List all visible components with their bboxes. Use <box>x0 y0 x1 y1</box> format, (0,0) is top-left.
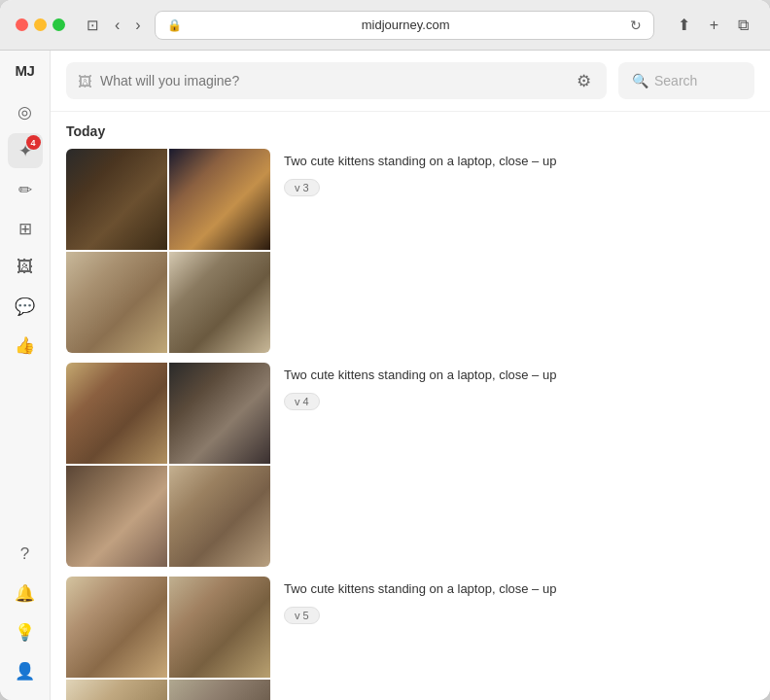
image-group-2[interactable] <box>66 363 270 567</box>
sidebar: MJ ◎ ✦ 4 ✏ ⊞ 🖼 💬 👍 <box>0 51 51 700</box>
image-r1-1[interactable] <box>66 149 167 250</box>
sidebar-logo: MJ <box>16 62 35 79</box>
fullscreen-button[interactable] <box>52 18 65 31</box>
image-r2-4[interactable] <box>169 466 270 567</box>
content-header: 🖼 ⚙ 🔍 Search <box>51 51 770 112</box>
sidebar-bottom: ? 🔔 💡 👤 <box>8 537 43 688</box>
search-right-bar[interactable]: 🔍 Search <box>618 62 754 99</box>
search-bar[interactable]: 🖼 ⚙ <box>66 62 607 99</box>
sidebar-item-chat[interactable]: 💬 <box>8 289 43 324</box>
version-badge-2: v 4 <box>284 393 320 410</box>
content-area: 🖼 ⚙ 🔍 Search Today <box>51 51 770 700</box>
browser-window: ⊡ ‹ › 🔒 midjourney.com ↻ ⬆ + ⧉ MJ ◎ ✦ 4 <box>0 0 770 700</box>
sidebar-item-tips[interactable]: 💡 <box>8 614 43 649</box>
new-tab-button[interactable]: + <box>704 15 724 36</box>
sidebar-item-edit[interactable]: ✏ <box>8 172 43 207</box>
lock-icon: 🔒 <box>167 18 182 32</box>
search-label: Search <box>654 73 697 88</box>
version-badge-3: v 5 <box>284 607 320 624</box>
gallery-icon: ⊞ <box>18 219 32 239</box>
help-icon: ? <box>20 544 29 564</box>
like-icon: 👍 <box>15 335 35 356</box>
sidebar-item-notifications[interactable]: 🔔 <box>8 576 43 611</box>
image-r1-2[interactable] <box>169 149 270 250</box>
main-area: MJ ◎ ✦ 4 ✏ ⊞ 🖼 💬 👍 <box>0 51 770 700</box>
title-bar: ⊡ ‹ › 🔒 midjourney.com ↻ ⬆ + ⧉ <box>0 0 770 51</box>
forward-button[interactable]: › <box>131 15 144 36</box>
row-meta-3: Two cute kittens standing on a laptop, c… <box>276 577 754 624</box>
sidebar-item-images[interactable]: 🖼 <box>8 250 43 285</box>
gallery-row-2: Two cute kittens standing on a laptop, c… <box>66 363 754 567</box>
gallery-section: Today Two cute kittens standing on a lap… <box>51 112 770 700</box>
sidebar-item-gallery[interactable]: ⊞ <box>8 211 43 246</box>
jobs-badge: 4 <box>26 135 41 150</box>
sidebar-item-help[interactable]: ? <box>8 537 43 572</box>
image-r3-4[interactable] <box>169 680 270 700</box>
gallery-row-1: Two cute kittens standing on a laptop, c… <box>66 149 754 353</box>
address-bar[interactable]: 🔒 midjourney.com ↻ <box>155 11 654 40</box>
image-r1-4[interactable] <box>169 252 270 353</box>
chat-icon: 💬 <box>15 297 35 317</box>
image-r3-2[interactable] <box>169 577 270 678</box>
search-icon: 🔍 <box>632 73 648 88</box>
sidebar-toggle-button[interactable]: ⊡ <box>83 15 103 36</box>
sidebar-item-explore[interactable]: ◎ <box>8 94 43 129</box>
version-badge-1: v 3 <box>284 179 320 196</box>
image-r2-3[interactable] <box>66 466 167 567</box>
refresh-button[interactable]: ↻ <box>630 18 642 33</box>
filter-button[interactable]: ⚙ <box>573 67 595 95</box>
sidebar-item-like[interactable]: 👍 <box>8 328 43 363</box>
gallery-row-3: Two cute kittens standing on a laptop, c… <box>66 577 754 700</box>
image-group-1[interactable] <box>66 149 270 353</box>
compass-icon: ◎ <box>18 102 32 122</box>
profile-icon: 👤 <box>15 661 35 682</box>
nav-controls: ⊡ ‹ › <box>83 15 145 36</box>
image-r2-1[interactable] <box>66 363 167 464</box>
row-description-1: Two cute kittens standing on a laptop, c… <box>284 153 754 170</box>
row-meta-1: Two cute kittens standing on a laptop, c… <box>276 149 754 196</box>
back-button[interactable]: ‹ <box>111 15 123 36</box>
close-button[interactable] <box>16 18 28 31</box>
image-icon: 🖼 <box>17 258 33 277</box>
row-description-2: Two cute kittens standing on a laptop, c… <box>284 367 754 384</box>
image-r2-2[interactable] <box>169 363 270 464</box>
prompt-input[interactable] <box>100 73 565 88</box>
bell-icon: 🔔 <box>15 583 35 604</box>
sidebar-item-jobs[interactable]: ✦ 4 <box>8 133 43 168</box>
sidebar-item-profile[interactable]: 👤 <box>8 653 43 688</box>
image-r1-3[interactable] <box>66 252 167 353</box>
bulb-icon: 💡 <box>15 622 35 643</box>
image-r3-1[interactable] <box>66 577 167 678</box>
row-meta-2: Two cute kittens standing on a laptop, c… <box>276 363 754 410</box>
image-r3-3[interactable] <box>66 680 167 700</box>
share-button[interactable]: ⬆ <box>672 14 696 36</box>
image-group-3[interactable] <box>66 577 270 700</box>
title-actions: ⬆ + ⧉ <box>672 14 754 36</box>
url-text: midjourney.com <box>188 18 624 32</box>
image-search-icon: 🖼 <box>78 73 92 89</box>
row-description-3: Two cute kittens standing on a laptop, c… <box>284 580 754 598</box>
edit-icon: ✏ <box>18 180 32 200</box>
traffic-lights <box>16 18 65 31</box>
section-date-today: Today <box>66 123 754 139</box>
tabs-button[interactable]: ⧉ <box>732 15 754 36</box>
minimize-button[interactable] <box>34 18 47 31</box>
